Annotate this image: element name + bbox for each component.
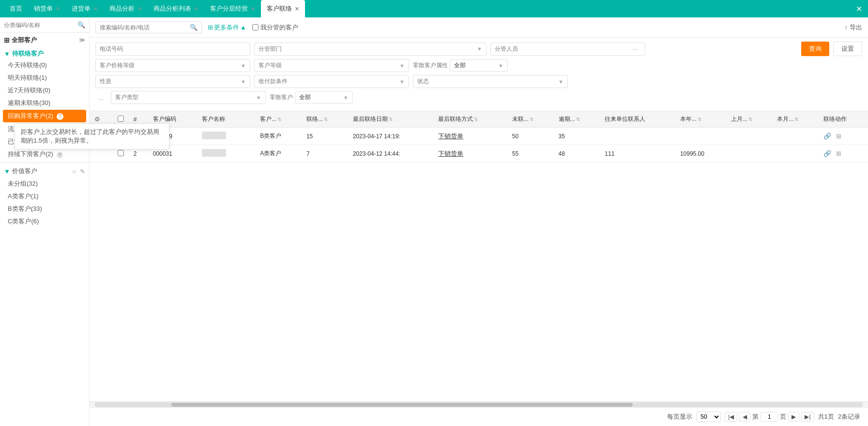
class-a-label: A类客户(1): [8, 192, 39, 200]
select-all-checkbox[interactable]: [118, 116, 124, 122]
manager-dots-icon[interactable]: ···: [629, 45, 641, 53]
td-last-method-2[interactable]: 下销货单: [433, 145, 507, 162]
my-customer-checkbox[interactable]: [252, 24, 259, 30]
window-close-button[interactable]: ✕: [856, 4, 862, 14]
filter-payment[interactable]: 收付款条件 ▼: [254, 75, 409, 88]
setting-button[interactable]: 设置: [833, 42, 862, 56]
filter-status[interactable]: 状态 ▼: [413, 75, 568, 88]
filter-manager[interactable]: 分管人员 ···: [490, 43, 645, 56]
scrollbar-area[interactable]: [90, 401, 868, 407]
sidebar-item-repurchase-abnormal[interactable]: 回购异常客户(2) ?: [3, 110, 86, 122]
page-suffix: 页: [780, 412, 786, 421]
name-placeholder-2: [202, 149, 226, 157]
th-category[interactable]: 客户...⇅: [255, 111, 302, 128]
th-contact[interactable]: 联络...⇅: [302, 111, 348, 128]
name-placeholder-1: [202, 132, 226, 139]
sidebar-item-class-a[interactable]: A类客户(1): [0, 190, 89, 203]
sidebar-search-icon[interactable]: 🔍: [77, 21, 85, 29]
sidebar-item-ungrouped[interactable]: 未分组(32): [0, 177, 89, 190]
scrollbar-thumb[interactable]: [171, 403, 633, 407]
table-header-row: ⚙ # 客户编码 客户名称 客户...⇅ 联络...⇅ 最后联络日期⇅ 最后联络…: [90, 111, 868, 128]
close-product-list-icon[interactable]: ✕: [194, 6, 198, 12]
th-last-contact-date[interactable]: 最后联络日期⇅: [348, 111, 434, 128]
first-page-btn[interactable]: |◀: [725, 412, 737, 422]
filter-customer-type[interactable]: 客户类型 ▼: [111, 91, 266, 104]
action-grid-icon-1[interactable]: ⊞: [836, 132, 841, 140]
retailer-attr-dropdown[interactable]: 全部 ▼: [450, 59, 508, 72]
close-sales-icon[interactable]: ✕: [56, 6, 60, 12]
td-action-1[interactable]: 🔗 ⊞: [819, 128, 868, 145]
nav-tab-home-label: 首页: [10, 4, 22, 13]
sidebar-item-tomorrow[interactable]: 明天待联络(1): [0, 72, 89, 84]
td-action-2[interactable]: 🔗 ⊞: [819, 145, 868, 162]
page-number-input[interactable]: [761, 412, 778, 422]
sidebar-all-customers[interactable]: ⊞ 全部客户 ≫: [0, 33, 89, 47]
prev-page-btn[interactable]: ◀: [739, 412, 750, 422]
last-method-link-2[interactable]: 下销货单: [438, 150, 463, 157]
sidebar-item-declining[interactable]: 持续下滑客户(2) ?: [0, 148, 89, 161]
sidebar-value-customers-header[interactable]: ▼ 价值客户 ○ ✎: [0, 165, 89, 177]
filter-row-3: 性质 ▼ 收付款条件 ▼ 状态 ▼: [95, 75, 862, 88]
sidebar-search-input[interactable]: [4, 22, 77, 29]
more-conditions-btn[interactable]: ⊞ 更多条件 ▲: [208, 23, 246, 32]
close-customer-segment-icon[interactable]: ✕: [251, 6, 255, 12]
td-this-month-1: [772, 128, 819, 145]
close-customer-contact-icon[interactable]: ✕: [295, 6, 299, 12]
per-page-select[interactable]: 50 100: [696, 411, 721, 422]
filter-dept[interactable]: 分管部门 ▼: [254, 43, 487, 56]
nav-tab-sales[interactable]: 销货单 ✕: [28, 0, 66, 17]
th-last-contact-method[interactable]: 最后联络方式⇅: [433, 111, 507, 128]
scrollbar-track[interactable]: [94, 402, 863, 407]
total-records-label: 2条记录: [838, 412, 860, 421]
th-last-month[interactable]: 上月...⇅: [726, 111, 773, 128]
sidebar-pending-contact-group[interactable]: ▼ 待联络客户: [0, 47, 89, 59]
sidebar-item-class-c[interactable]: C类客户(6): [0, 215, 89, 228]
nav-tab-product-analysis[interactable]: 商品分析 ✕: [104, 0, 148, 17]
th-not-contacted[interactable]: 未联...⇅: [507, 111, 554, 128]
total-pages-label: 共1页: [818, 412, 834, 421]
filter-phone[interactable]: 电话号码: [95, 43, 250, 56]
td-contact-2: 7: [302, 145, 348, 162]
th-this-month[interactable]: 本月...⇅: [772, 111, 819, 128]
close-product-analysis-icon[interactable]: ✕: [137, 6, 142, 12]
close-purchase-icon[interactable]: ✕: [93, 6, 98, 12]
export-button[interactable]: ↑ 导出: [845, 23, 863, 32]
next-page-btn[interactable]: ▶: [788, 412, 799, 422]
sidebar-item-7days[interactable]: 近7天待联络(0): [0, 84, 89, 97]
table-row: 2 000031 A类客户 7 2023-04-12 14:44: 下销货单 5…: [90, 145, 868, 162]
filter-price-level[interactable]: 客户价格等级 ▼: [95, 59, 250, 72]
action-link-icon-2[interactable]: 🔗: [823, 150, 831, 157]
th-overdue[interactable]: 逾期...⇅: [554, 111, 600, 128]
collapse-icon[interactable]: ≫: [79, 37, 85, 44]
nav-tab-product-list[interactable]: 商品分析列表 ✕: [148, 0, 204, 17]
value-customers-edit-icons[interactable]: ○ ✎: [73, 168, 85, 175]
retailer-dropdown[interactable]: 全部 ▼: [295, 91, 353, 103]
td-not-contacted-2: 55: [507, 145, 554, 162]
th-this-year[interactable]: 本年...⇅: [675, 111, 726, 128]
nav-tab-purchase[interactable]: 进货单 ✕: [66, 0, 104, 17]
expand-triangle-value-icon: ▼: [4, 168, 10, 175]
filter-gender[interactable]: 性质 ▼: [95, 75, 250, 88]
action-grid-icon-2[interactable]: ⊞: [836, 150, 841, 157]
my-customer-filter[interactable]: 我分管的客户: [252, 23, 298, 32]
action-link-icon-1[interactable]: 🔗: [823, 132, 831, 140]
sidebar-item-today[interactable]: 今天待联络(0): [0, 59, 89, 72]
row2-checkbox[interactable]: [118, 150, 124, 156]
price-level-label: 客户价格等级: [100, 61, 135, 70]
nav-tab-home[interactable]: 首页: [4, 0, 28, 17]
last-method-link-1[interactable]: 下销货单: [438, 132, 463, 140]
settings-col-icon[interactable]: ⚙: [94, 116, 100, 123]
nav-tab-customer-contact[interactable]: 客户联络 ✕: [261, 0, 305, 17]
extra-filter-dots[interactable]: ...: [95, 94, 107, 102]
retailer-attr-val: 全部: [454, 61, 498, 70]
nav-tab-customer-segment[interactable]: 客户分层经营 ✕: [204, 0, 261, 17]
main-search-icon[interactable]: 🔍: [190, 24, 198, 31]
filter-customer-level[interactable]: 客户等级 ▼: [254, 59, 409, 72]
query-button[interactable]: 查询: [801, 42, 829, 56]
sidebar-item-class-b[interactable]: B类客户(33): [0, 203, 89, 215]
sidebar-item-overdue[interactable]: 逾期未联络(30): [0, 97, 89, 109]
ungrouped-label: 未分组(32): [8, 180, 38, 187]
last-page-btn[interactable]: ▶|: [801, 412, 814, 422]
main-search-input[interactable]: [100, 24, 190, 31]
td-last-method-1[interactable]: 下销货单: [433, 128, 507, 145]
